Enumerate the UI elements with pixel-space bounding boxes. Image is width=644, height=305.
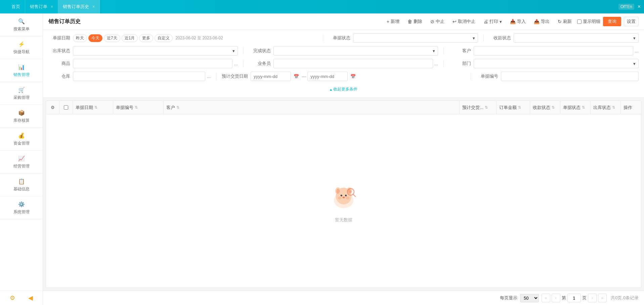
product-dots[interactable]: ... [234,61,238,66]
warehouse-status-select[interactable] [73,46,238,55]
filter-warehouse: 仓库 ... [48,72,211,81]
page-label: 第 [562,295,566,301]
refresh-button[interactable]: ↻ 刷新 [555,17,574,26]
calendar-icon-start[interactable]: 📅 [294,74,299,79]
select-all-checkbox[interactable] [64,105,68,110]
next-page-btn[interactable]: › [588,294,597,302]
display-toggle-checkbox[interactable] [577,20,582,24]
th-date[interactable]: 单据日期 [73,101,113,114]
date-btn-custom[interactable]: 自定义 [155,34,173,42]
th-delivery-label: 预计交货... [462,105,483,111]
sidebar-item-quick-nav[interactable]: ⚡ 快捷导航 [0,36,43,59]
th-amount[interactable]: 订单金额 [497,101,530,114]
add-label: 新增 [391,18,399,25]
first-page-btn[interactable]: « [542,294,550,302]
th-warehouse-status-sort[interactable] [612,105,615,110]
th-checkbox[interactable] [59,101,73,114]
th-warehouse-status[interactable]: 出库状态 [591,101,621,114]
top-bar: 首页 销售订单 × 销售订单历史 × OfTEn × [0,0,644,13]
doc-no-input[interactable] [501,72,639,81]
tab-sales-order-history[interactable]: 销售订单历史 × [58,0,100,13]
product-input[interactable] [73,59,232,68]
sidebar-settings-icon[interactable]: ⚙ [10,294,15,302]
sidebar-collapse-icon[interactable]: ◀ [28,294,33,302]
purchase-mgmt-icon: 🛒 [18,86,25,93]
collapse-label: 收起更多条件 [333,86,357,92]
doc-status-select[interactable] [353,33,478,43]
cancel-stop-button[interactable]: ↩ 取消中止 [450,17,478,26]
filter-department: 部门 [449,59,639,68]
query-button[interactable]: 查询 [603,17,621,26]
divider-6 [443,60,444,67]
tab-sales-order[interactable]: 销售订单 × [25,0,58,13]
import-button[interactable]: 📥 导入 [507,17,528,26]
th-doc-status[interactable]: 单据状态 [560,101,591,114]
th-settings[interactable]: ⚙ [46,101,59,114]
sidebar-item-search-menu[interactable]: 🔍 搜索菜单 [0,13,43,36]
display-toggle-label: 显示明细 [583,18,600,25]
per-page-select[interactable]: 10 20 50 100 [520,294,539,302]
stop-button[interactable]: ⊘ 中止 [428,17,447,26]
tab-sales-order-history-close[interactable]: × [92,4,95,9]
sidebar-item-sales-mgmt[interactable]: 📊 销售管理 [0,59,43,82]
th-delivery[interactable]: 预计交货... [460,101,497,114]
add-button[interactable]: + 新增 [384,17,402,26]
tab-sales-order-close[interactable]: × [51,4,53,9]
sidebar-item-basic-info[interactable]: 📋 基础信息 [0,174,43,196]
th-pay-status-sort[interactable] [552,105,555,110]
calendar-icon-end[interactable]: 📅 [350,74,356,79]
warehouse-input[interactable] [73,72,205,81]
th-no-sort[interactable] [135,105,138,110]
sidebar-item-finance-label: 资金管理 [13,141,30,146]
th-delivery-sort[interactable] [485,105,488,110]
often-label: OfTEn [618,4,634,10]
export-button[interactable]: 📤 导出 [531,17,552,26]
sidebar-item-system-mgmt[interactable]: ⚙️ 系统管理 [0,196,43,219]
delivery-date-end[interactable] [307,72,348,81]
complete-status-chevron [433,48,435,53]
th-customer[interactable]: 客户 [164,101,460,114]
date-range-separator: — [302,74,306,79]
salesperson-dots[interactable]: ... [434,61,438,66]
th-amount-label: 订单金额 [499,105,517,111]
window-close-btn[interactable]: × [638,4,641,10]
sidebar-item-finance[interactable]: 💰 资金管理 [0,128,43,151]
tab-sales-order-history-label: 销售订单历史 [63,4,89,10]
date-btn-today[interactable]: 今天 [88,34,102,42]
salesperson-input[interactable] [273,59,433,68]
th-no[interactable]: 单据编号 [113,101,164,114]
collapse-row[interactable]: 收起更多条件 [48,84,639,94]
last-page-btn[interactable]: » [598,294,607,302]
th-amount-sort[interactable] [518,105,521,110]
page-header: 销售订单历史 + 新增 🗑 删除 ⊘ 中止 ↩ [43,13,644,30]
th-doc-status-sort[interactable] [582,105,585,110]
sidebar-item-operations[interactable]: 📈 经营管理 [0,151,43,174]
th-date-sort[interactable] [94,105,97,110]
sidebar-item-purchase-mgmt[interactable]: 🛒 采购管理 [0,82,43,105]
sidebar-item-inventory[interactable]: 📦 库存核算 [0,105,43,128]
date-btn-more[interactable]: 更多 [139,34,153,42]
complete-status-select[interactable] [273,46,438,55]
import-icon: 📥 [510,19,516,24]
date-btn-7days[interactable]: 近7天 [104,34,120,42]
th-pay-status[interactable]: 收款状态 [530,101,560,114]
prev-page-btn[interactable]: ‹ [552,294,560,302]
th-customer-sort[interactable] [176,105,179,110]
date-control: 昨天 今天 近7天 近1月 更多 自定义 2023-06-02 至 2023-0… [73,34,317,42]
print-button[interactable]: 🖨 打印 [481,17,505,26]
warehouse-dots[interactable]: ... [207,74,211,79]
delete-button[interactable]: 🗑 删除 [405,17,425,26]
customer-input[interactable] [474,46,633,55]
customer-dots[interactable]: ... [635,48,639,53]
date-btn-yesterday[interactable]: 昨天 [73,34,87,42]
department-select[interactable] [474,59,639,68]
tab-home[interactable]: 首页 [7,0,25,13]
delivery-date-control: 📅 — 📅 [251,72,465,81]
page-input[interactable] [567,294,581,302]
delivery-date-start[interactable] [251,72,291,81]
payment-status-select[interactable] [514,33,639,43]
refresh-icon: ↻ [558,19,562,24]
settings-button[interactable]: 设置 [624,17,639,26]
date-btn-1month[interactable]: 近1月 [122,34,138,42]
divider-8 [471,73,471,80]
